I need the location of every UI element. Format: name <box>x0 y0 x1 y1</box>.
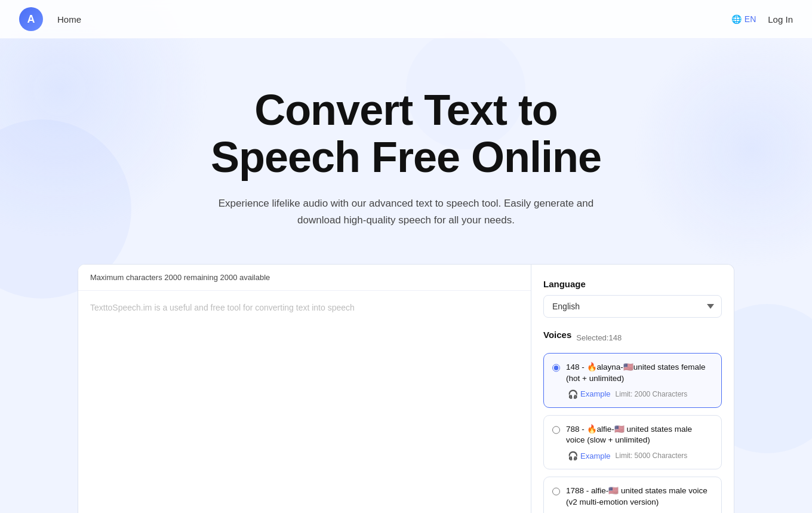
voice-limit-788: Limit: 5000 Characters <box>616 451 688 460</box>
char-count-header: Maximum characters 2000 remaining 2000 a… <box>78 265 531 291</box>
language-button[interactable]: 🌐 EN <box>731 14 756 24</box>
voice-card-1788[interactable]: 1788 - alfie-🇺🇸 united states male voice… <box>543 477 722 513</box>
logo[interactable]: A <box>19 7 43 31</box>
hero-title-line2: Speech Free Online <box>211 133 601 181</box>
language-section-title: Language <box>543 279 722 289</box>
hero-title: Convert Text to Speech Free Online <box>12 87 800 181</box>
voice-name-1788: 1788 - alfie-🇺🇸 united states male voice… <box>566 486 713 508</box>
voice-panel: Language EnglishSpanishFrenchGermanItali… <box>531 264 734 513</box>
voice-name-788: 788 - 🔥alfie-🇺🇸 united states male voice… <box>566 424 713 447</box>
example-link-788[interactable]: 🎧Example <box>568 451 611 460</box>
voice-card-top-1788: 1788 - alfie-🇺🇸 united states male voice… <box>552 486 713 508</box>
globe-icon: 🌐 <box>731 14 742 24</box>
char-count-text: Maximum characters 2000 remaining 2000 a… <box>90 273 270 282</box>
voice-radio-148[interactable] <box>552 363 560 373</box>
hero-subtitle: Experience lifelike audio with our advan… <box>197 195 615 228</box>
hero-title-line1: Convert Text to <box>254 86 558 134</box>
hero-section: Convert Text to Speech Free Online Exper… <box>0 39 812 264</box>
headphone-icon: 🎧 <box>568 451 578 460</box>
voice-radio-788[interactable] <box>552 425 560 435</box>
login-button[interactable]: Log In <box>768 14 793 24</box>
tool-container: Maximum characters 2000 remaining 2000 a… <box>66 264 746 513</box>
voice-card-top-788: 788 - 🔥alfie-🇺🇸 united states male voice… <box>552 424 713 447</box>
example-label-148: Example <box>580 389 611 398</box>
lang-code-label: EN <box>745 14 756 24</box>
voices-section-title: Voices <box>543 330 571 340</box>
voice-name-148: 148 - 🔥alayna-🇺🇸united states female (ho… <box>566 362 713 385</box>
navbar-left: A Home <box>19 7 81 31</box>
voice-card-788[interactable]: 788 - 🔥alfie-🇺🇸 united states male voice… <box>543 415 722 470</box>
text-input[interactable] <box>78 291 531 512</box>
example-label-788: Example <box>580 451 611 460</box>
voice-meta-148: 🎧ExampleLimit: 2000 Characters <box>552 389 713 399</box>
voice-card-top-148: 148 - 🔥alayna-🇺🇸united states female (ho… <box>552 362 713 385</box>
voice-radio-1788[interactable] <box>552 487 560 496</box>
example-link-148[interactable]: 🎧Example <box>568 389 611 399</box>
language-select[interactable]: EnglishSpanishFrenchGermanItalianPortugu… <box>543 295 722 318</box>
voices-header: Voices Selected:148 <box>543 330 722 346</box>
voice-card-148[interactable]: 148 - 🔥alayna-🇺🇸united states female (ho… <box>543 353 722 408</box>
headphone-icon: 🎧 <box>568 389 578 399</box>
nav-home[interactable]: Home <box>57 14 81 24</box>
navbar-right: 🌐 EN Log In <box>731 14 793 24</box>
voices-count: Selected:148 <box>576 333 622 342</box>
voice-meta-788: 🎧ExampleLimit: 5000 Characters <box>552 451 713 460</box>
text-panel: Maximum characters 2000 remaining 2000 a… <box>78 264 531 513</box>
voice-limit-148: Limit: 2000 Characters <box>616 390 688 398</box>
voice-list: 148 - 🔥alayna-🇺🇸united states female (ho… <box>543 353 722 513</box>
navbar: A Home 🌐 EN Log In <box>0 0 812 39</box>
